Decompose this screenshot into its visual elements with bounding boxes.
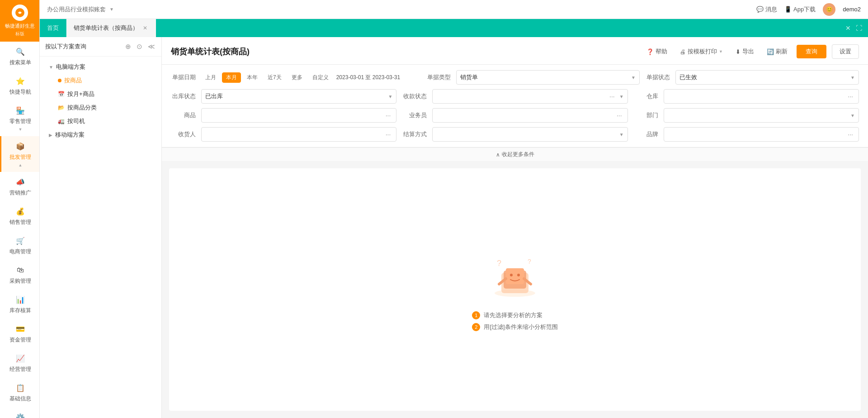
collapse-up-icon: ∧ <box>496 152 500 158</box>
right-panel: 销货单统计表(按商品) ❓ 帮助 🖨 按模板打印 ▼ ⬇ 导出 <box>162 37 868 418</box>
tree-icon-driver: 🚛 <box>58 118 65 124</box>
tab-close-icon[interactable]: ✕ <box>142 24 148 32</box>
brand-select[interactable]: ··· <box>664 127 859 142</box>
main-area: 办公用品行业模拟账套 ▼ 💬 消息 📱 App下载 😊 demo2 首页 销货单… <box>40 0 868 418</box>
sidebar-item-search[interactable]: 🔍 搜索菜单 <box>0 42 39 71</box>
system-icon: ⚙️ <box>15 412 26 418</box>
query-button[interactable]: 查询 <box>797 45 826 58</box>
payment-status-dots[interactable]: ··· <box>608 93 617 100</box>
date-tab-this-year[interactable]: 本年 <box>243 72 262 83</box>
sales-icon: 💰 <box>15 206 26 217</box>
sidebar-item-finance[interactable]: 💳 资金管理 <box>0 319 39 348</box>
sidebar-item-sales[interactable]: 💰 销售管理 <box>0 201 39 231</box>
warehouse-select[interactable]: ··· <box>664 89 859 104</box>
doc-type-label: 单据类型 <box>426 73 451 81</box>
window-maximize-icon[interactable]: ⛶ <box>855 24 863 32</box>
department-arrow-icon: ▼ <box>850 113 855 118</box>
date-tabs: 上月 本月 本年 近7天 更多 自定义 <box>201 72 333 83</box>
wholesale-icon: 📦 <box>15 141 26 152</box>
window-minimize-icon[interactable]: ✕ <box>844 24 852 32</box>
basic-icon: 📋 <box>15 382 26 393</box>
sidebar-item-ecommerce[interactable]: 🛒 电商管理 <box>0 231 39 260</box>
industry-dropdown-icon[interactable]: ▼ <box>109 7 114 12</box>
empty-state: ? ? 1 请先选择要分析的方案 2 用[过滤]条件来缩小分析范围 <box>169 168 861 411</box>
message-action[interactable]: 💬 消息 <box>756 5 777 14</box>
left-panel: 按以下方案查询 ⊕ ⊙ ≪ ▼ 电脑端方案 按商品 📅 <box>40 37 162 418</box>
sidebar-item-basic[interactable]: 📋 基础信息 <box>0 378 39 407</box>
receiver-dots[interactable]: ··· <box>384 131 393 138</box>
settings-scheme-icon[interactable]: ⊙ <box>136 42 143 52</box>
doc-status-select[interactable]: 已生效 ▼ <box>675 70 859 85</box>
settlement-arrow-icon: ▼ <box>619 132 624 137</box>
sidebar-item-system[interactable]: ⚙️ 系统管理 <box>0 407 39 418</box>
sidebar-item-marketing[interactable]: 📣 营销推广 <box>0 172 39 201</box>
department-select[interactable]: ▼ <box>664 108 859 123</box>
tab-home[interactable]: 首页 <box>40 19 66 37</box>
logo-icon <box>12 5 28 21</box>
tree-item-pc-scheme[interactable]: ▼ 电脑端方案 <box>40 60 161 74</box>
settings-button[interactable]: 设置 <box>832 44 859 59</box>
filter-row-4: 收货人 ··· 结算方式 ▼ 品牌 ··· <box>171 127 859 142</box>
retail-icon: 🏪 <box>15 105 26 116</box>
operations-icon: 📈 <box>15 353 26 364</box>
out-status-label: 出库状态 <box>171 92 196 100</box>
sidebar-item-inventory[interactable]: 📊 库存核算 <box>0 290 39 319</box>
doc-status-value: 已生效 <box>679 73 848 81</box>
avatar[interactable]: 😊 <box>823 3 835 16</box>
window-controls: ✕ ⛶ <box>839 19 868 37</box>
collapse-bar[interactable]: ∧ 收起更多条件 <box>162 147 868 161</box>
date-tab-last-month[interactable]: 上月 <box>201 72 220 83</box>
scheme-tree: ▼ 电脑端方案 按商品 📅 按月+商品 📂 按商品分类 🚛 按司机 <box>40 57 161 145</box>
app-download-action[interactable]: 📱 App下载 <box>784 5 816 14</box>
out-status-select[interactable]: 已出库 ▼ <box>201 89 396 104</box>
goods-select[interactable]: ··· <box>201 108 396 123</box>
payment-status-select[interactable]: ··· ▼ <box>432 89 627 104</box>
username: demo2 <box>843 6 861 13</box>
search-menu-icon: 🔍 <box>15 46 26 57</box>
message-icon: 💬 <box>756 6 764 13</box>
filter-section: 单据日期 上月 本月 本年 近7天 更多 自定义 2023-03-01 至 20… <box>162 65 868 161</box>
print-icon: 🖨 <box>680 48 686 55</box>
tree-item-by-goods[interactable]: 按商品 <box>40 74 161 87</box>
date-tab-custom[interactable]: 自定义 <box>308 72 333 83</box>
sidebar-item-purchase[interactable]: 🛍 采购管理 <box>0 260 39 290</box>
tree-item-by-driver[interactable]: 🚛 按司机 <box>40 114 161 128</box>
empty-tip-2: 2 用[过滤]条件来缩小分析范围 <box>472 323 557 331</box>
tree-item-by-category[interactable]: 📂 按商品分类 <box>40 101 161 114</box>
tree-arrow-mobile: ▶ <box>49 133 52 138</box>
content-area: 按以下方案查询 ⊕ ⊙ ≪ ▼ 电脑端方案 按商品 📅 <box>40 37 868 418</box>
date-tab-more[interactable]: 更多 <box>288 72 307 83</box>
doc-type-select[interactable]: 销货单 ▼ <box>456 70 640 85</box>
help-btn[interactable]: ❓ 帮助 <box>643 46 671 57</box>
date-tab-this-month[interactable]: 本月 <box>222 72 241 83</box>
sidebar-item-retail[interactable]: 🏪 零售管理 ▼ <box>0 100 39 136</box>
settlement-label: 结算方式 <box>402 130 427 138</box>
date-tab-7days[interactable]: 近7天 <box>264 72 286 83</box>
salesman-select[interactable]: ··· <box>432 108 627 123</box>
tabbar-spacer <box>156 19 839 37</box>
filter-row-2: 出库状态 已出库 ▼ 收款状态 ··· ▼ 仓库 <box>171 89 859 104</box>
salesman-dots[interactable]: ··· <box>615 112 624 119</box>
tree-item-by-month-goods[interactable]: 📅 按月+商品 <box>40 87 161 101</box>
settlement-select[interactable]: ▼ <box>432 127 627 142</box>
date-label: 单据日期 <box>171 73 196 81</box>
template-print-btn[interactable]: 🖨 按模板打印 ▼ <box>676 46 726 57</box>
empty-illustration: ? ? <box>488 248 542 302</box>
out-status-arrow-icon: ▼ <box>388 94 392 99</box>
quick-nav-icon: ⭐ <box>15 76 26 86</box>
tree-item-mobile-scheme[interactable]: ▶ 移动端方案 <box>40 128 161 142</box>
goods-dots[interactable]: ··· <box>384 112 393 119</box>
sidebar-item-operations[interactable]: 📈 经营管理 <box>0 348 39 378</box>
brand-dots[interactable]: ··· <box>846 131 855 138</box>
receiver-select[interactable]: ··· <box>201 127 396 142</box>
filter-row-1: 单据日期 上月 本月 本年 近7天 更多 自定义 2023-03-01 至 20… <box>171 70 859 85</box>
sidebar-item-quick-nav[interactable]: ⭐ 快捷导航 <box>0 71 39 100</box>
sidebar-item-wholesale[interactable]: 📦 批发管理 ▲ <box>0 136 39 172</box>
export-btn[interactable]: ⬇ 导出 <box>732 46 758 57</box>
warehouse-dots[interactable]: ··· <box>846 93 855 100</box>
refresh-btn[interactable]: 🔄 刷新 <box>763 46 791 57</box>
empty-tip-1: 1 请先选择要分析的方案 <box>472 311 557 319</box>
collapse-panel-icon[interactable]: ≪ <box>147 42 156 52</box>
tab-active[interactable]: 销货单统计表（按商品） ✕ <box>66 19 156 37</box>
add-scheme-icon[interactable]: ⊕ <box>124 42 132 52</box>
